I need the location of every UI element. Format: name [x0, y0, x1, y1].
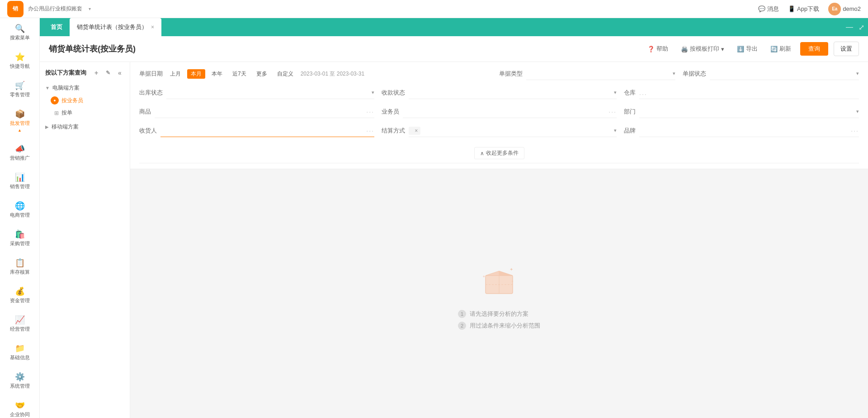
tab-home[interactable]: 首页	[43, 18, 70, 36]
title-dropdown-arrow[interactable]: ▾	[89, 6, 91, 11]
basic-icon: 📁	[2, 343, 38, 353]
date-more[interactable]: 更多	[253, 69, 271, 79]
sidebar-item-inventory[interactable]: 📋 库存核算	[0, 252, 39, 281]
print-dropdown-arrow[interactable]: ▾	[721, 46, 724, 52]
empty-box-svg: ✦ ✦ ✦	[479, 262, 519, 298]
scheme-group-mobile-title[interactable]: ▶ 移动端方案	[40, 121, 130, 133]
doc-status-input[interactable]: ▾	[710, 67, 859, 80]
doc-type-arrow-icon: ▾	[673, 71, 675, 76]
receiver-input[interactable]: ···	[160, 124, 374, 137]
tab-minimize-button[interactable]: —	[846, 23, 853, 31]
user-profile-button[interactable]: Ea demo2	[828, 3, 861, 15]
filter-date: 单据日期 上月 本月 本年 近7天 更多 自定义 2023-03-01 至 20…	[139, 69, 492, 79]
scheme-group-pc-title[interactable]: ▼ 电脑端方案	[40, 82, 130, 94]
date-last-7days[interactable]: 近7天	[229, 69, 250, 79]
sidebar-item-marketing[interactable]: 📣 营销推广	[0, 138, 39, 167]
order-scheme-icon: ⊞	[54, 110, 59, 116]
print-button[interactable]: 🖨️ 按模板打印 ▾	[677, 43, 728, 55]
salesperson-input[interactable]: ···	[403, 105, 617, 118]
sidebar-item-basic[interactable]: 📁 基础信息	[0, 338, 39, 366]
scheme-edit-button[interactable]: ✎	[104, 68, 113, 77]
tip-num-2: 2	[458, 322, 466, 330]
date-custom[interactable]: 自定义	[274, 69, 297, 79]
collapse-button[interactable]: ∧ 收起更多条件	[474, 147, 524, 159]
message-button[interactable]: 💬 消息	[758, 5, 779, 13]
setting-button[interactable]: 设置	[834, 42, 859, 56]
date-this-year[interactable]: 本年	[208, 69, 226, 79]
scheme-add-button[interactable]: +	[92, 68, 101, 77]
sidebar-item-purchase[interactable]: 🛍️ 采购管理	[0, 224, 39, 252]
empty-tips: 1 请先选择要分析的方案 2 用过滤条件来缩小分析范围	[458, 310, 540, 330]
help-button[interactable]: ❓ 帮助	[644, 43, 672, 55]
doc-type-input[interactable]: ▾	[526, 67, 675, 80]
dept-arrow-icon: ▾	[856, 109, 859, 114]
ecommerce-icon: 🌐	[2, 201, 38, 211]
date-last-month[interactable]: 上月	[166, 69, 184, 79]
sidebar-item-retail[interactable]: 🛒 零售管理	[0, 75, 39, 104]
app-download-button[interactable]: 📱 App下载	[788, 5, 819, 13]
sidebar-item-business[interactable]: 📈 经营管理	[0, 309, 39, 338]
scheme-item-by-order[interactable]: ⊞ 按单	[40, 107, 130, 119]
product-input[interactable]: ···	[155, 105, 374, 118]
avatar: Ea	[828, 3, 841, 15]
brand-input[interactable]: ···	[639, 124, 859, 137]
sidebar-item-sales[interactable]: 📊 销售管理	[0, 167, 39, 195]
business-icon: 📈	[2, 315, 38, 325]
main-layout: 🔍 搜索菜单 ⭐ 快捷导航 🛒 零售管理 📦 批发管理 ▲ 📣 营销推广 �	[0, 18, 868, 418]
scheme-item-by-salesperson[interactable]: ● 按业务员	[40, 94, 130, 107]
sidebar-item-search-menu[interactable]: 🔍 搜索菜单	[0, 18, 39, 47]
sidebar-item-cooperation[interactable]: 🤝 企业协同	[0, 395, 39, 418]
empty-icon: ✦ ✦ ✦	[476, 257, 522, 303]
wholesale-icon: 📦	[2, 109, 38, 119]
sidebar-item-system[interactable]: ⚙️ 系统管理	[0, 366, 39, 395]
out-status-input[interactable]: ▾	[166, 86, 374, 99]
tab-close-button[interactable]: ×	[151, 24, 154, 30]
system-icon: ⚙️	[2, 372, 38, 382]
sidebar-item-ecommerce[interactable]: 🌐 电商管理	[0, 195, 39, 224]
page-header: 销货单统计表(按业务员) ❓ 帮助 🖨️ 按模板打印 ▾ ⬇️ 导出	[40, 36, 868, 62]
filter-row-2: 出库状态 ▾ 收款状态 ▾	[139, 86, 859, 99]
sidebar-item-finance[interactable]: 💰 资金管理	[0, 281, 39, 309]
dept-input[interactable]: ▾	[639, 105, 859, 118]
warehouse-input[interactable]: ...	[639, 86, 859, 99]
download-icon: 📱	[788, 5, 795, 12]
date-filters: 上月 本月 本年 近7天 更多 自定义	[166, 69, 297, 79]
empty-tip-2: 2 用过滤条件来缩小分析范围	[458, 322, 540, 330]
filter-row-4: 收货人 ··· 结算方式	[139, 124, 859, 137]
date-this-month[interactable]: 本月	[187, 69, 205, 79]
settlement-tag-close[interactable]: ×	[415, 128, 418, 134]
page-header-actions: ❓ 帮助 🖨️ 按模板打印 ▾ ⬇️ 导出 🔄 刷新	[644, 42, 859, 56]
collapse-row: ∧ 收起更多条件	[139, 143, 859, 163]
tab-maximize-button[interactable]: ⤢	[859, 23, 864, 32]
mobile-group-arrow-icon: ▶	[45, 124, 49, 129]
filter-dept: 部门 ▾	[624, 105, 859, 118]
logo-icon: 销	[7, 1, 24, 17]
collapse-icon: ∧	[480, 150, 484, 157]
inventory-icon: 📋	[2, 258, 38, 268]
content-area: 首页 销货单统计表（按业务员） × — ⤢ 销货单统计表(按业务员) ❓ 帮助	[40, 18, 868, 418]
tab-sales-stat[interactable]: 销货单统计表（按业务员） ×	[70, 18, 161, 36]
settlement-input[interactable]: × ▾	[409, 124, 617, 137]
refresh-button[interactable]: 🔄 刷新	[767, 43, 795, 55]
cooperation-icon: 🤝	[2, 400, 38, 410]
doc-status-label: 单据状态	[683, 70, 706, 78]
out-status-arrow-icon: ▾	[372, 90, 374, 95]
scheme-panel-header-actions: + ✎ «	[92, 68, 124, 77]
collect-status-input[interactable]: ▾	[409, 86, 617, 99]
query-button[interactable]: 查询	[800, 42, 828, 56]
filter-settlement: 结算方式 × ▾	[382, 124, 617, 137]
svg-text:✦: ✦	[511, 280, 514, 283]
inner-layout: 按以下方案查询 + ✎ « ▼ 电脑端方案	[40, 62, 868, 418]
collect-status-label: 收款状态	[382, 89, 405, 97]
export-button[interactable]: ⬇️ 导出	[733, 43, 761, 55]
sidebar-item-quick-nav[interactable]: ⭐ 快捷导航	[0, 47, 39, 75]
settlement-tag: ×	[409, 127, 420, 135]
sidebar-item-wholesale[interactable]: 📦 批发管理 ▲	[0, 104, 39, 138]
scheme-collapse-button[interactable]: «	[115, 68, 124, 77]
filter-collect-status: 收款状态 ▾	[382, 86, 617, 99]
filter-section: 单据日期 上月 本月 本年 近7天 更多 自定义 2023-03-01 至 20…	[130, 62, 868, 169]
message-icon: 💬	[758, 5, 765, 12]
print-icon: 🖨️	[681, 46, 688, 52]
sidebar: 🔍 搜索菜单 ⭐ 快捷导航 🛒 零售管理 📦 批发管理 ▲ 📣 营销推广 �	[0, 18, 40, 418]
scheme-group-mobile: ▶ 移动端方案	[40, 121, 130, 133]
